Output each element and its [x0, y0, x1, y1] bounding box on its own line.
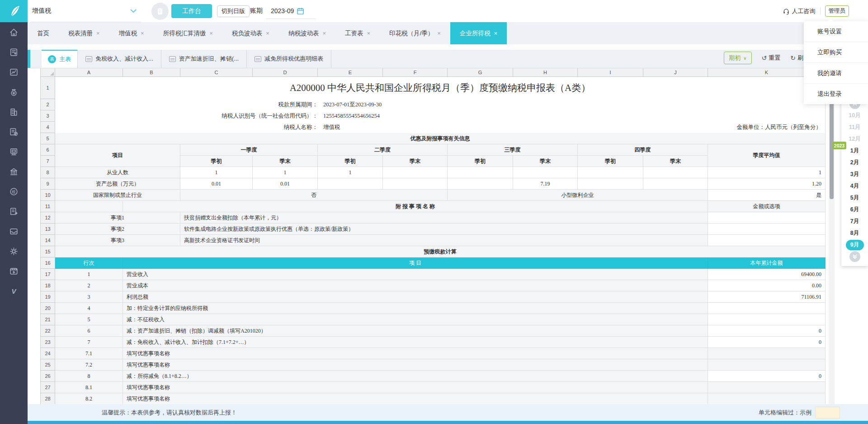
quarter-item-header[interactable]: 项目	[55, 144, 180, 167]
calc-amount-8.2[interactable]	[708, 393, 826, 405]
calc-item-7[interactable]: 减：免税收入、减计收入、加计扣除（7.1+7.2+…）	[123, 337, 708, 348]
tab-home[interactable]: 首页	[28, 22, 59, 44]
sidebar-item-company[interactable]	[0, 102, 28, 122]
row-header-20[interactable]: 20	[41, 303, 55, 314]
tab-8[interactable]: 企业所得税×	[450, 22, 507, 44]
calc-line-4[interactable]: 4	[55, 303, 123, 314]
calc-amount-7.1[interactable]	[708, 348, 826, 359]
row-header-4[interactable]: 4	[41, 122, 55, 133]
calc-line-header[interactable]: 行次	[55, 257, 123, 269]
row-header-24[interactable]: 24	[41, 348, 55, 359]
tab-1[interactable]: 税表清册×	[59, 22, 109, 44]
row-header-7[interactable]: 7	[41, 156, 55, 167]
annex-item-1[interactable]: 事项1	[55, 212, 180, 224]
tab-close-icon[interactable]: ×	[367, 30, 370, 37]
annex-desc-2[interactable]: 软件集成电路企业按新政策或原政策执行优惠（单选：原政策/新政策）	[180, 224, 708, 235]
row-header-2[interactable]: 2	[41, 99, 55, 110]
calc-item-2[interactable]: 营业成本	[123, 280, 708, 291]
row-header-15[interactable]: 15	[41, 246, 55, 257]
sidebar-item-tax-report[interactable]	[0, 122, 28, 142]
col-header-I[interactable]: I	[578, 68, 643, 77]
quarter-value-cell[interactable]: 0.01	[180, 178, 253, 190]
quarter-avg-value[interactable]: 1	[708, 167, 826, 178]
subcol-start-1[interactable]: 季初	[318, 156, 383, 167]
row-header-12[interactable]: 12	[41, 212, 55, 224]
annex-name-header[interactable]: 附 报 事 项 名 称	[123, 201, 708, 212]
info-row-4[interactable]: 纳税人名称：增值税金额单位：人民币元（列至角分）	[55, 122, 826, 133]
switch-version-button[interactable]: 切到日版	[217, 5, 250, 17]
quarter-value-cell[interactable]	[578, 167, 643, 178]
quarter-row-label[interactable]: 资产总额（万元）	[55, 178, 180, 190]
row-header-1[interactable]: 1	[41, 77, 55, 99]
annex-value-3[interactable]	[708, 235, 826, 246]
small-enterprise-label[interactable]: 小型微利企业	[448, 190, 708, 201]
quarter-header-2[interactable]: 三季度	[448, 144, 578, 156]
tab-4[interactable]: 税负波动表×	[222, 22, 279, 44]
annex-item-2[interactable]: 事项2	[55, 224, 180, 235]
calc-line-5[interactable]: 5	[55, 314, 123, 325]
calc-line-7.2[interactable]: 7.2	[55, 359, 123, 371]
sidebar-item-bank[interactable]	[0, 162, 28, 181]
info-row-3[interactable]: 纳税人识别号（统一社会信用代码）：12554585554554656254	[55, 110, 826, 122]
annex-desc-3[interactable]: 高新技术企业资格证书发证时间	[180, 235, 708, 246]
annex-blank-cell[interactable]	[55, 201, 123, 212]
tab-5[interactable]: 纳税波动表×	[279, 22, 335, 44]
row-header-21[interactable]: 21	[41, 314, 55, 325]
tab-7[interactable]: 印花税（月/季）×	[380, 22, 450, 44]
calc-line-6[interactable]: 6	[55, 325, 123, 337]
col-header-A[interactable]: A	[55, 68, 123, 77]
section-header-benefit[interactable]: 优惠及附报事项有关信息	[55, 133, 826, 144]
reset-button[interactable]: ↺ 重置	[762, 54, 781, 62]
quarter-value-cell[interactable]: 1	[180, 167, 253, 178]
select-all-corner[interactable]	[41, 68, 55, 77]
calc-line-7[interactable]: 7	[55, 337, 123, 348]
tab-close-icon[interactable]: ×	[494, 30, 497, 37]
row-header-16[interactable]: 16	[41, 257, 55, 269]
calc-amount-6[interactable]: 0	[708, 325, 826, 337]
calc-line-3[interactable]: 3	[55, 291, 123, 303]
sidebar-item-cashier[interactable]	[0, 142, 28, 162]
month-item-9月[interactable]: 9月	[841, 239, 868, 251]
subcol-end-3[interactable]: 季末	[643, 156, 708, 167]
admin-menu-item-0[interactable]: 账号设置	[804, 21, 868, 42]
calc-item-5[interactable]: 减：不征税收入	[123, 314, 708, 325]
scroll-down-icon[interactable]	[849, 251, 860, 262]
quarter-value-cell[interactable]: 7.19	[513, 178, 578, 190]
col-header-C[interactable]: C	[180, 68, 253, 77]
subcol-start-2[interactable]: 季初	[448, 156, 513, 167]
row-header-28[interactable]: 28	[41, 393, 55, 405]
quarter-value-cell[interactable]	[383, 178, 448, 190]
quarter-avg-header[interactable]: 季度平均值	[708, 144, 826, 167]
row-header-6[interactable]: 6	[41, 144, 55, 156]
row-header-3[interactable]: 3	[41, 110, 55, 122]
calc-amount-2[interactable]: 0.00	[708, 280, 826, 291]
calc-line-1[interactable]: 1	[55, 269, 123, 280]
row-header-17[interactable]: 17	[41, 269, 55, 280]
tab-2[interactable]: 增值税×	[109, 22, 154, 44]
row-header-14[interactable]: 14	[41, 235, 55, 246]
row-header-10[interactable]: 10	[41, 190, 55, 201]
row-header-25[interactable]: 25	[41, 359, 55, 371]
row-header-11[interactable]: 11	[41, 201, 55, 212]
tab-3[interactable]: 所得税汇算清缴×	[154, 22, 222, 44]
quarter-value-cell[interactable]: 0.01	[253, 178, 318, 190]
col-header-E[interactable]: E	[318, 68, 383, 77]
calc-item-7.2[interactable]: 填写优惠事项名称	[123, 359, 708, 371]
calc-line-2[interactable]: 2	[55, 280, 123, 291]
row-header-23[interactable]: 23	[41, 337, 55, 348]
calc-amount-1[interactable]: 69400.00	[708, 269, 826, 280]
calc-amount-8[interactable]: 0	[708, 371, 826, 382]
quarter-value-cell[interactable]: 1	[318, 167, 383, 178]
tab-close-icon[interactable]: ×	[209, 30, 213, 37]
subcol-end-1[interactable]: 季末	[383, 156, 448, 167]
calc-line-7.1[interactable]: 7.1	[55, 348, 123, 359]
sidebar-item-inbox[interactable]	[0, 221, 28, 241]
quarter-value-cell[interactable]	[383, 167, 448, 178]
admin-menu-item-3[interactable]: 退出登录	[804, 83, 868, 104]
subcol-end-2[interactable]: 季末	[513, 156, 578, 167]
month-item-3月[interactable]: 3月	[841, 168, 868, 180]
sidebar-item-report-chart[interactable]	[0, 62, 28, 82]
calc-item-8[interactable]: 减：所得减免（8.1+8.2…）	[123, 371, 708, 382]
admin-button[interactable]: 管理员	[825, 5, 849, 17]
subtab-0[interactable]: 表主表	[42, 50, 77, 68]
